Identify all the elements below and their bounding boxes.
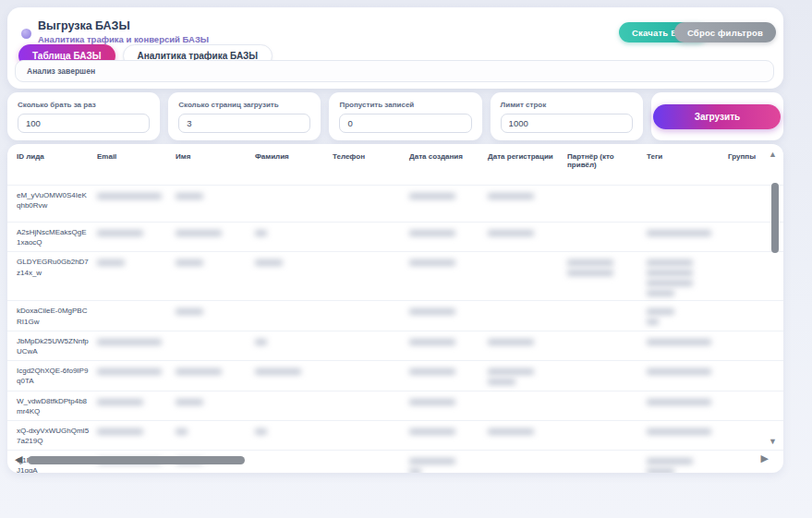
filter-label: Пропустить записей: [339, 101, 471, 109]
load-button[interactable]: Загрузить: [653, 104, 781, 129]
load-button-card: Загрузить: [651, 92, 783, 140]
cell-partner: [567, 186, 647, 214]
table-row[interactable]: W_vdwD8tfkDPtp4b8mr4KQ: [7, 391, 783, 420]
redacted-content: [97, 336, 168, 345]
cell-name: [176, 186, 255, 214]
page-subtitle: Аналитика трафика и конверсий БАЗЫ: [38, 34, 209, 44]
cell-partner: [567, 331, 647, 360]
column-header-phone[interactable]: Телефон: [333, 152, 409, 169]
cell-partner: [567, 392, 647, 420]
cell-surname: [255, 301, 333, 330]
column-header-tags[interactable]: Теги: [647, 152, 728, 169]
redacted-content: [647, 227, 721, 236]
batch-size-input[interactable]: [18, 114, 150, 133]
table-row[interactable]: xQ-dxyVxWUGhQmI57a219Q: [7, 420, 783, 450]
redacted-content: [488, 366, 560, 385]
cell-email: [97, 331, 176, 360]
redacted-content: [255, 257, 325, 266]
filter-label: Сколько страниц загрузить: [178, 101, 310, 109]
cell-id: xQ-dxyVxWUGhQmI57a219Q: [17, 421, 97, 450]
cell-phone: [333, 421, 409, 450]
cell-surname: [255, 421, 333, 450]
column-header-name[interactable]: Имя: [176, 152, 255, 169]
reset-filters-button[interactable]: Сброс фильтров: [674, 22, 776, 42]
skip-records-input[interactable]: [339, 114, 471, 133]
cell-phone: [333, 331, 409, 360]
cell-registered: [488, 252, 567, 300]
cell-surname: [255, 451, 333, 473]
column-header-id[interactable]: ID лида: [17, 152, 97, 169]
cell-id: kDoxaCileE-0MgPBCRI1Gw: [17, 301, 97, 330]
redacted-content: [176, 396, 248, 405]
cell-created: [409, 301, 488, 330]
cell-created: [409, 421, 488, 450]
column-header-created[interactable]: Дата создания: [409, 152, 488, 169]
row-limit-input[interactable]: [501, 114, 633, 133]
redacted-content: [488, 426, 560, 435]
table-row[interactable]: eM_yVuOMW0S4IeKqhb0Rvw: [7, 185, 783, 222]
scroll-right-icon[interactable]: ▶: [761, 453, 769, 464]
cell-phone: [333, 451, 409, 473]
cell-email: [97, 186, 176, 214]
redacted-content: [647, 396, 721, 405]
cell-registered: [488, 223, 567, 251]
cell-phone: [333, 301, 409, 330]
redacted-content: [488, 227, 560, 236]
redacted-content: [647, 455, 721, 473]
header-card: Выгрузка БАЗЫ Аналитика трафика и конвер…: [7, 7, 783, 89]
horizontal-scrollbar-thumb[interactable]: [28, 456, 245, 464]
pages-count-input[interactable]: [178, 114, 310, 133]
scroll-left-icon[interactable]: ◀: [15, 454, 22, 464]
cell-created: [409, 361, 488, 390]
cell-groups: [728, 451, 783, 473]
cell-created: [409, 186, 488, 214]
cell-id: GLDYEGRu0Gb2hD7z14x_w: [17, 252, 97, 300]
table-row[interactable]: JbMpDk25UW5ZNnfpUCwA: [7, 331, 783, 360]
status-text: Анализ завершен: [27, 66, 95, 76]
cell-id: JbMpDk25UW5ZNnfpUCwA: [17, 331, 97, 360]
cell-phone: [333, 223, 409, 251]
vertical-scrollbar-thumb[interactable]: [771, 183, 779, 253]
cell-created: [409, 223, 488, 251]
redacted-content: [409, 426, 480, 435]
cell-registered: [488, 392, 567, 420]
cell-partner: [567, 361, 647, 390]
table-row[interactable]: A2sHjNscMEaksQgE1xaocQ: [7, 222, 783, 251]
table-header-row: ID лидаEmailИмяФамилияТелефонДата создан…: [7, 144, 783, 169]
cell-groups: [728, 392, 783, 420]
redacted-content: [97, 257, 168, 266]
cell-groups: [728, 331, 783, 360]
cell-tags: [647, 421, 728, 450]
column-header-email[interactable]: Email: [97, 152, 176, 169]
redacted-content: [409, 257, 480, 266]
redacted-content: [97, 227, 168, 236]
cell-tags: [647, 451, 728, 473]
column-header-registered[interactable]: Дата регистрации: [488, 152, 567, 169]
redacted-content: [176, 426, 248, 435]
cell-id: A2sHjNscMEaksQgE1xaocQ: [17, 223, 97, 251]
cell-tags: [647, 331, 728, 360]
table-row[interactable]: Icgd2QhXQE-6fo9IP9q0TA: [7, 360, 783, 390]
column-header-surname[interactable]: Фамилия: [255, 152, 333, 169]
redacted-content: [176, 366, 248, 375]
redacted-content: [409, 306, 480, 315]
cell-email: [97, 361, 176, 390]
column-header-partner[interactable]: Партнёр (кто привёл): [567, 152, 647, 169]
scroll-down-icon[interactable]: ▼: [769, 438, 777, 446]
redacted-content: [409, 366, 480, 375]
redacted-content: [97, 190, 168, 199]
redacted-content: [647, 426, 721, 435]
table-body: eM_yVuOMW0S4IeKqhb0RvwA2sHjNscMEaksQgE1x…: [7, 185, 783, 473]
scroll-up-icon[interactable]: ▲: [769, 151, 777, 159]
redacted-content: [97, 396, 168, 405]
redacted-content: [488, 190, 560, 199]
table-row[interactable]: GLDYEGRu0Gb2hD7z14x_w: [7, 251, 783, 300]
redacted-content: [176, 227, 248, 236]
redacted-content: [255, 336, 325, 345]
table-row[interactable]: kDoxaCileE-0MgPBCRI1Gw: [7, 300, 783, 330]
cell-id: W_vdwD8tfkDPtp4b8mr4KQ: [17, 392, 97, 420]
redacted-content: [255, 426, 325, 435]
analysis-status-bar: Анализ завершен: [15, 60, 774, 82]
leads-table-card: ID лидаEmailИмяФамилияТелефонДата создан…: [7, 144, 783, 473]
filter-row-limit: Лимит строк: [491, 92, 643, 140]
